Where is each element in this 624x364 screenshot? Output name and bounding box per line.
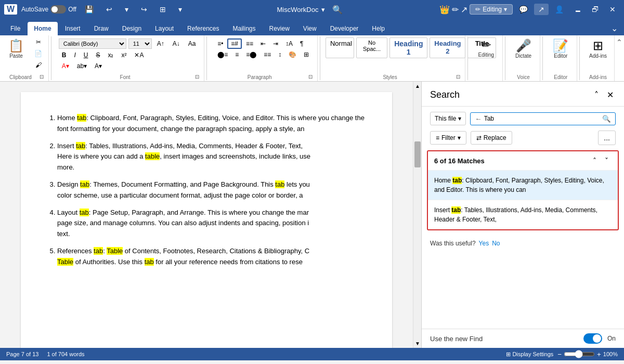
tab-draw[interactable]: Draw: [88, 22, 115, 35]
search-back-button[interactable]: ←: [475, 115, 482, 123]
new-find-toggle[interactable]: [583, 333, 602, 344]
editing-badge[interactable]: ✏ Editing ▾: [470, 4, 513, 15]
filter-button[interactable]: ≡ Filter ▾: [430, 131, 466, 145]
scroll-up-button[interactable]: ▲: [413, 82, 421, 90]
tab-references[interactable]: References: [181, 22, 225, 35]
restore-button[interactable]: 🗗: [588, 3, 603, 16]
replace-button[interactable]: ⇄ Replace: [471, 131, 512, 145]
search-title-button[interactable]: 🔍: [328, 3, 347, 17]
align-left-button[interactable]: ⬤≡: [214, 50, 231, 59]
addins-button[interactable]: ⊞ Add-ins: [585, 37, 611, 61]
align-center-button[interactable]: ≡: [232, 50, 242, 59]
redo-button[interactable]: ↪: [137, 3, 151, 16]
paste-button[interactable]: 📋 Paste: [3, 37, 29, 61]
search-collapse-button[interactable]: ˄: [592, 88, 601, 102]
tab-file[interactable]: File: [4, 22, 27, 35]
no-link[interactable]: No: [492, 240, 500, 247]
ribbon-collapse-button[interactable]: ⌄: [609, 21, 620, 35]
bullets-button[interactable]: ≡•: [214, 38, 226, 49]
results-next-button[interactable]: ˅: [602, 155, 612, 166]
multilevel-button[interactable]: ≡≡: [243, 38, 256, 49]
shrink-font-button[interactable]: A↓: [170, 39, 183, 48]
font-size-select[interactable]: 11: [128, 38, 152, 49]
superscript-button[interactable]: x²: [118, 50, 129, 60]
result-item-1[interactable]: Home tab: Clipboard, Font, Paragraph, St…: [428, 170, 618, 200]
zoom-slider[interactable]: [564, 350, 595, 358]
style-nospace[interactable]: No Spac...: [356, 37, 387, 58]
search-go-button[interactable]: 🔍: [602, 115, 611, 123]
undo-dropdown[interactable]: ▾: [121, 3, 133, 16]
style-heading1[interactable]: Heading 1: [389, 37, 427, 58]
share-button[interactable]: ↗: [534, 4, 549, 15]
style-heading2[interactable]: Heading 2: [430, 37, 465, 58]
tab-mailings[interactable]: Mailings: [226, 22, 262, 35]
results-prev-button[interactable]: ˄: [590, 155, 600, 166]
tab-home[interactable]: Home: [28, 22, 57, 35]
ribbon-collapse-arrow[interactable]: ⌃: [615, 37, 624, 47]
zoom-in-button[interactable]: +: [597, 350, 601, 358]
copy-button[interactable]: 📄: [31, 49, 45, 58]
style-normal[interactable]: Normal: [326, 37, 354, 58]
zoom-out-button[interactable]: −: [557, 350, 562, 358]
view-options-button[interactable]: ⊞: [155, 3, 170, 16]
scroll-down-button[interactable]: ▼: [413, 339, 421, 348]
borders-button[interactable]: ⊞: [301, 50, 312, 59]
numbering-button[interactable]: ≡#: [227, 38, 242, 49]
strikethrough-button[interactable]: S: [93, 50, 103, 60]
minimize-button[interactable]: 🗕: [570, 3, 586, 16]
document-scroll[interactable]: Home tab: Clipboard, Font, Paragraph, St…: [0, 82, 413, 348]
search-scope-dropdown[interactable]: This file ▾: [430, 112, 466, 125]
underline-button[interactable]: U: [81, 50, 92, 60]
editor-button[interactable]: 📝 Editor: [548, 37, 574, 61]
paragraph-expand[interactable]: ⊡: [307, 73, 314, 80]
user-icon[interactable]: 👤: [551, 3, 568, 16]
close-button[interactable]: ✕: [605, 3, 620, 16]
tab-developer[interactable]: Developer: [324, 22, 365, 35]
line-spacing-button[interactable]: ↕: [275, 50, 284, 59]
justify-button[interactable]: ≡≡: [261, 50, 274, 59]
clipboard-expand[interactable]: ⊡: [38, 73, 45, 80]
more-options-button[interactable]: ...: [598, 131, 616, 145]
filename-dropdown-icon[interactable]: ▾: [321, 6, 325, 14]
tab-review[interactable]: Review: [263, 22, 296, 35]
decrease-indent-button[interactable]: ⇤: [257, 38, 269, 49]
yes-link[interactable]: Yes: [479, 240, 489, 247]
dictate-button[interactable]: 🎤 Dictate: [511, 37, 537, 61]
sort-button[interactable]: ↕A: [282, 38, 296, 49]
styles-expand[interactable]: ⊡: [454, 73, 462, 80]
tab-view[interactable]: View: [297, 22, 323, 35]
increase-indent-button[interactable]: ⇥: [270, 38, 281, 49]
editing-button[interactable]: ✏ Editing: [473, 37, 499, 60]
font-expand[interactable]: ⊡: [193, 73, 201, 80]
search-close-button[interactable]: ✕: [605, 88, 616, 102]
vertical-scrollbar[interactable]: ▲ ▼: [413, 82, 421, 348]
undo-button[interactable]: ↩: [102, 3, 116, 16]
tab-insert[interactable]: Insert: [59, 22, 87, 35]
autosave-toggle[interactable]: [50, 5, 66, 14]
shading-button[interactable]: 🎨: [285, 50, 300, 59]
align-right-button[interactable]: ≡⬤: [243, 50, 259, 59]
text-color-button[interactable]: A▾: [92, 61, 105, 71]
scroll-track[interactable]: [413, 90, 421, 339]
display-settings-button[interactable]: ⊞ Display Settings: [506, 351, 553, 358]
tab-help[interactable]: Help: [366, 22, 391, 35]
grow-font-button[interactable]: A↑: [154, 39, 167, 48]
comments-button[interactable]: 💬: [515, 3, 532, 16]
tab-design[interactable]: Design: [116, 22, 148, 35]
case-button[interactable]: Aa: [185, 39, 199, 48]
italic-button[interactable]: I: [71, 50, 79, 60]
format-painter-button[interactable]: 🖌: [31, 60, 45, 70]
search-input[interactable]: [484, 115, 600, 122]
show-marks-button[interactable]: ¶: [297, 38, 306, 49]
highlight-button[interactable]: ab▾: [74, 61, 90, 71]
font-color-button[interactable]: A▾: [59, 61, 72, 71]
cut-button[interactable]: ✂: [31, 37, 45, 47]
bold-button[interactable]: B: [59, 50, 70, 60]
result-item-2[interactable]: Insert tab: Tables, Illustrations, Add-i…: [428, 200, 618, 229]
save-button[interactable]: 💾: [81, 3, 98, 16]
subscript-button[interactable]: x₂: [105, 50, 116, 60]
autosave-control[interactable]: AutoSave Off: [21, 5, 76, 14]
clear-format-button[interactable]: ✕A: [131, 50, 147, 60]
font-name-select[interactable]: Calibri (Body): [59, 38, 126, 49]
tab-layout[interactable]: Layout: [149, 22, 180, 35]
